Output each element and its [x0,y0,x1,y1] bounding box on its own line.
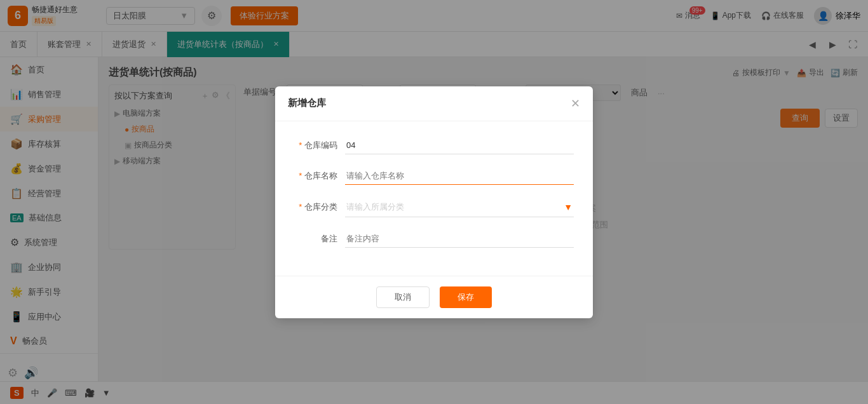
warehouse-category-select[interactable]: 请输入所属分类 ▼ [345,198,574,217]
warehouse-category-arrow: ▼ [564,202,573,212]
warehouse-name-required: * [299,171,302,180]
warehouse-name-label: * 仓库名称 [294,170,345,182]
modal-footer: 取消 保存 [275,276,593,318]
save-button[interactable]: 保存 [440,286,492,308]
warehouse-code-required: * [299,140,302,150]
new-warehouse-modal: 新增仓库 ✕ * 仓库编码 * 仓库名称 [275,86,593,318]
warehouse-category-label: * 仓库分类 [294,201,345,213]
warehouse-category-required: * [299,202,302,212]
warehouse-category-placeholder: 请输入所属分类 [346,201,564,213]
remark-input[interactable] [345,230,574,248]
warehouse-name-input[interactable] [345,167,574,185]
warehouse-name-row: * 仓库名称 [294,167,574,185]
warehouse-code-label: * 仓库编码 [294,140,345,151]
warehouse-code-input[interactable] [345,137,574,154]
modal-close-button[interactable]: ✕ [571,97,580,111]
modal-overlay: 新增仓库 ✕ * 仓库编码 * 仓库名称 [0,0,868,404]
remark-label: 备注 [294,233,345,245]
modal-header: 新增仓库 ✕ [275,86,593,121]
warehouse-code-row: * 仓库编码 [294,137,574,154]
cancel-button[interactable]: 取消 [376,286,430,308]
modal-body: * 仓库编码 * 仓库名称 * 仓库分类 请输入 [275,121,593,276]
remark-row: 备注 [294,230,574,248]
warehouse-category-row: * 仓库分类 请输入所属分类 ▼ [294,198,574,217]
modal-title: 新增仓库 [288,97,326,109]
